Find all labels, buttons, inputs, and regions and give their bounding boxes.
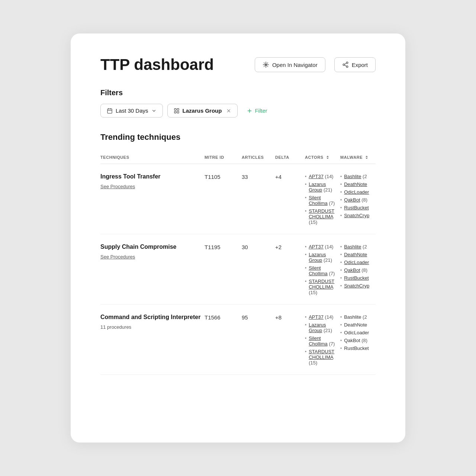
actors-sort-icon[interactable] (325, 155, 330, 160)
technique-name: Ingress Tool Transfer (100, 173, 205, 181)
col-actors: Actors (305, 155, 340, 160)
malware-link[interactable]: SnatchCryp (344, 283, 369, 289)
navigator-icon (263, 61, 269, 68)
technique-name-col: Supply Chain Compromise See Procedures (100, 243, 205, 260)
svg-line-8 (344, 63, 346, 64)
list-item: • QakBot (8) (340, 338, 376, 343)
col-mitre-id: Mitre ID (205, 155, 242, 160)
technique-name: Command and Scripting Interpreter (100, 313, 205, 321)
svg-point-4 (346, 62, 348, 64)
actor-link[interactable]: Silent Chollima (309, 265, 328, 276)
procedures-count-link[interactable]: 11 procedures (100, 324, 131, 330)
malware-link[interactable]: Bashlite (344, 244, 361, 250)
list-item: • Silent Chollima (7) (305, 195, 340, 206)
list-item: • RustBucket (340, 275, 376, 281)
remove-group-filter-icon[interactable] (226, 108, 231, 113)
actor-link[interactable]: STARDUST CHOLLIMA (309, 279, 334, 290)
export-icon (342, 61, 349, 68)
group-filter[interactable]: Lazarus Group (167, 104, 238, 118)
add-filter-button[interactable]: Filter (242, 104, 271, 117)
list-item: • SnatchCryp (340, 283, 376, 289)
malware-link[interactable]: OdicLoader (344, 260, 369, 265)
actor-link[interactable]: APT37 (309, 174, 324, 179)
svg-rect-14 (177, 109, 179, 110)
list-item: • STARDUST CHOLLIMA (15) (305, 279, 340, 295)
list-item: • OdicLoader (340, 260, 376, 265)
list-item: • Bashlite (2 (340, 314, 376, 320)
list-item: • APT37 (14) (305, 314, 340, 320)
techniques-table: Techniques Mitre ID Articles Delta Actor… (100, 151, 376, 375)
delta-value: +2 (275, 243, 305, 250)
malware-link[interactable]: DeathNote (344, 252, 367, 257)
delta-value: +8 (275, 313, 305, 321)
list-item: • Lazarus Group (21) (305, 181, 340, 193)
malware-sort-icon[interactable] (364, 155, 369, 160)
malware-list: • Bashlite (2 • DeathNote • OdicLoader •… (340, 243, 376, 289)
malware-list: • Bashlite (2 • DeathNote • OdicLoader •… (340, 173, 376, 218)
header-row: TTP dashboard Open In Navigator Export (100, 56, 376, 74)
list-item: • DeathNote (340, 181, 376, 187)
list-item: • Lazarus Group (21) (305, 252, 340, 263)
list-item: • QakBot (8) (340, 267, 376, 273)
svg-point-5 (343, 64, 345, 66)
list-item: • OdicLoader (340, 330, 376, 335)
malware-link[interactable]: DeathNote (344, 181, 367, 187)
col-malware: Malware (340, 155, 376, 160)
plus-icon (247, 108, 253, 114)
svg-rect-16 (177, 111, 179, 113)
see-procedures-link[interactable]: See Procedures (100, 254, 135, 260)
mitre-id: T1195 (205, 243, 242, 250)
list-item: • Bashlite (2 (340, 174, 376, 179)
svg-rect-13 (174, 109, 176, 110)
table-row: Supply Chain Compromise See Procedures T… (100, 234, 376, 305)
list-item: • SnatchCryp (340, 213, 376, 218)
malware-name: Bashlite (344, 314, 361, 320)
actor-link[interactable]: APT37 (309, 244, 324, 250)
add-filter-label: Filter (255, 107, 267, 114)
calendar-icon (107, 108, 113, 114)
export-button[interactable]: Export (334, 57, 376, 72)
date-range-filter[interactable]: Last 30 Days (100, 104, 163, 118)
list-item: • OdicLoader (340, 189, 376, 195)
group-icon (174, 108, 180, 114)
list-item: • STARDUST CHOLLIMA (15) (305, 349, 340, 366)
trending-section: Trending techniques Techniques Mitre ID … (100, 132, 376, 375)
list-item: • Silent Chollima (7) (305, 335, 340, 347)
list-item: • DeathNote (340, 322, 376, 328)
col-articles: Articles (242, 155, 275, 160)
malware-link[interactable]: RustBucket (344, 275, 369, 281)
malware-link[interactable]: RustBucket (344, 205, 369, 210)
svg-rect-15 (174, 111, 176, 113)
table-row: Command and Scripting Interpreter 11 pro… (100, 305, 376, 375)
col-techniques: Techniques (100, 155, 205, 160)
filters-label: Filters (100, 89, 376, 97)
open-navigator-label: Open In Navigator (272, 62, 318, 68)
actor-link[interactable]: Silent Chollima (309, 195, 328, 206)
mitre-id: T1566 (205, 313, 242, 321)
col-delta: Delta (275, 155, 305, 160)
malware-link[interactable]: QakBot (344, 267, 360, 273)
see-procedures-link[interactable]: See Procedures (100, 184, 135, 189)
list-item: • APT37 (14) (305, 174, 340, 179)
open-navigator-button[interactable]: Open In Navigator (255, 57, 325, 72)
malware-name: DeathNote (344, 322, 367, 328)
list-item: • RustBucket (340, 205, 376, 210)
table-header: Techniques Mitre ID Articles Delta Actor… (100, 151, 376, 164)
articles-count: 95 (242, 313, 275, 321)
actor-link[interactable]: APT37 (309, 314, 324, 320)
actor-link[interactable]: STARDUST CHOLLIMA (309, 208, 334, 219)
list-item: • Lazarus Group (21) (305, 322, 340, 333)
actor-link[interactable]: Silent Chollima (309, 335, 328, 347)
articles-count: 30 (242, 243, 275, 250)
list-item: • Bashlite (2 (340, 244, 376, 250)
malware-link[interactable]: QakBot (344, 197, 360, 203)
malware-link[interactable]: SnatchCryp (344, 213, 369, 218)
malware-link[interactable]: OdicLoader (344, 189, 369, 195)
actor-link[interactable]: STARDUST CHOLLIMA (309, 349, 334, 360)
table-row: Ingress Tool Transfer See Procedures T11… (100, 164, 376, 234)
actors-list: • APT37 (14) • Lazarus Group (21) • Sile… (305, 243, 340, 295)
group-filter-label: Lazarus Group (183, 107, 222, 114)
mitre-id: T1105 (205, 173, 242, 180)
malware-name: OdicLoader (344, 330, 369, 335)
malware-link[interactable]: Bashlite (344, 174, 361, 179)
